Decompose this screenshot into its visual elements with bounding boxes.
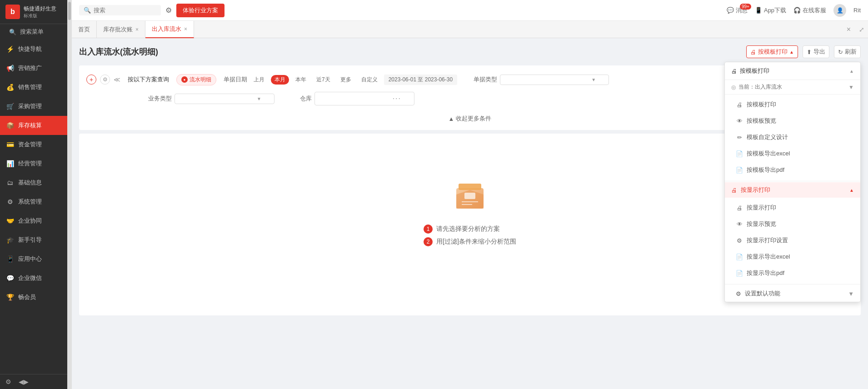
tab-home[interactable]: 首页	[72, 21, 97, 38]
finance-label: 资金管理	[18, 140, 42, 149]
sidebar-bottom: ⚙ ◀▶	[0, 374, 67, 389]
tabbar-expand[interactable]: ⤢	[855, 26, 868, 33]
template-export-pdf-label: 按模板导出pdf	[747, 166, 784, 174]
refresh-btn[interactable]: ↻ 刷新	[834, 45, 861, 58]
main-content: 🔍 ⚙ 体验行业方案 💬 消息 99+ 📱 App下载 🎧 在线客服 👤 Rit	[72, 0, 868, 389]
purchase-label: 采购管理	[18, 102, 42, 110]
topbar-right: 💬 消息 99+ 📱 App下载 🎧 在线客服 👤 Rit	[727, 4, 861, 17]
member-icon: 🏆	[5, 293, 15, 302]
sidebar-item-enterprise[interactable]: 🤝企业协同	[0, 211, 67, 230]
tab-flow[interactable]: 出入库流水 ×	[145, 21, 194, 38]
message-btn[interactable]: 💬 消息 99+	[727, 6, 748, 15]
panel-item-template-preview[interactable]: 👁按模板预览	[725, 113, 860, 129]
topbar-gear-icon[interactable]: ⚙	[165, 6, 172, 15]
panel-footer[interactable]: ⚙ 设置默认功能 ▼	[725, 285, 860, 302]
tab-batch[interactable]: 库存批次账 ×	[97, 21, 145, 38]
tabbar-close-all[interactable]: ×	[842, 25, 855, 34]
warehouse-label: 仓库	[300, 95, 312, 103]
sidebar-item-purchase[interactable]: 🛒采购管理	[0, 97, 67, 116]
collapse-chevron: ▲	[449, 115, 454, 122]
page-header: 出入库流水(流水明细) 🖨 按模板打印 ▲ ⬆ 导出 ↻ 刷新	[79, 45, 861, 58]
online-service-btn[interactable]: 🎧 在线客服	[793, 6, 826, 15]
topbar-search-input[interactable]	[94, 7, 148, 14]
date-btn-本月[interactable]: 本月	[271, 75, 289, 85]
trial-btn[interactable]: 体验行业方案	[176, 4, 224, 17]
date-btn-近7天[interactable]: 近7天	[313, 75, 334, 85]
biz-type-select[interactable]: ▼	[175, 94, 274, 104]
panel-header-arrow[interactable]: ▲	[849, 69, 854, 74]
scroll-thumb	[68, 2, 71, 20]
panel-title-label: 按模板打印	[740, 67, 769, 75]
voucher-type-select[interactable]: ▼	[500, 75, 609, 85]
panel-header-title: 🖨 按模板打印	[731, 67, 769, 75]
panel-item-display-export-excel[interactable]: 📄按显示导出excel	[725, 249, 860, 265]
appstore-icon: 📱	[5, 254, 15, 264]
template-custom-label: 模板自定义设计	[747, 133, 788, 141]
marketing-icon: 📢	[5, 64, 15, 73]
sidebar-item-system[interactable]: ⚙系统管理	[0, 192, 67, 211]
tab-batch-close[interactable]: ×	[135, 26, 139, 33]
date-btn-本年[interactable]: 本年	[292, 75, 310, 85]
display-export-excel-label: 按显示导出excel	[747, 253, 790, 261]
topbar-search-box[interactable]: 🔍	[79, 5, 161, 15]
sidebar-item-guide[interactable]: 🎓新手引导	[0, 230, 67, 249]
voucher-select-arrow: ▼	[591, 77, 596, 82]
sales-icon: 💰	[5, 83, 15, 92]
app-download-label: App下载	[764, 6, 786, 15]
date-btn-上月[interactable]: 上月	[250, 75, 268, 85]
app-download-btn[interactable]: 📱 App下载	[755, 6, 786, 15]
sidebar-item-operations[interactable]: 📊经营管理	[0, 154, 67, 173]
panel-item-display-print[interactable]: 🖨按显示打印	[725, 199, 860, 216]
sidebar-item-wechat[interactable]: 💬企业微信	[0, 269, 67, 288]
warehouse-more[interactable]: ···	[393, 95, 401, 103]
tabbar: 首页 库存批次账 × 出入库流水 × × ⤢	[72, 21, 868, 38]
sidebar-item-marketing[interactable]: 📢营销推广	[0, 59, 67, 78]
collapse-icon[interactable]: ◀▶	[19, 378, 29, 385]
sidebar-scrollbar[interactable]	[67, 0, 72, 389]
filter-label-text: 按以下方案查询	[128, 75, 169, 84]
panel-item-template-print[interactable]: 🖨按模板打印	[725, 96, 860, 113]
guide-icon: 🎓	[5, 235, 15, 244]
template-export-excel-icon: 📄	[736, 150, 743, 157]
settings-icon[interactable]: ⚙	[5, 378, 11, 385]
biz-type-label: 业务类型	[148, 95, 172, 103]
operations-label: 经营管理	[18, 160, 42, 168]
export-btn[interactable]: ⬆ 导出	[803, 45, 829, 58]
sidebar-item-quick-nav[interactable]: ⚡快捷导航	[0, 40, 67, 59]
display-header-label: 按显示打印	[741, 186, 770, 194]
user-avatar[interactable]: 👤	[833, 4, 846, 17]
panel-item-display-preview[interactable]: 👁按显示预览	[725, 216, 860, 232]
warehouse-select[interactable]: ···	[314, 92, 414, 105]
sidebar-item-appstore[interactable]: 📱应用中心	[0, 249, 67, 269]
panel-item-display-settings[interactable]: ⚙按显示打印设置	[725, 232, 860, 249]
sidebar-item-member[interactable]: 🏆畅会员	[0, 288, 67, 307]
filter-tag[interactable]: ● 流水明细	[176, 74, 216, 85]
empty-steps: 1 请先选择要分析的方案 2 用[过滤]条件来缩小分析范围	[424, 224, 516, 250]
sidebar-item-sales[interactable]: 💰销售管理	[0, 78, 67, 97]
member-label: 畅会员	[18, 293, 36, 301]
sidebar-item-finance[interactable]: 💳资金管理	[0, 135, 67, 154]
panel-item-template-export-excel[interactable]: 📄按模板导出excel	[725, 145, 860, 162]
panel-header: 🖨 按模板打印 ▲	[725, 62, 860, 80]
print-template-btn[interactable]: 🖨 按模板打印 ▲	[746, 45, 798, 58]
logo-icon: b	[5, 5, 20, 19]
display-section-header[interactable]: 🖨 按显示打印 ▲	[725, 182, 860, 198]
panel-item-display-export-pdf[interactable]: 📄按显示导出pdf	[725, 265, 860, 281]
panel-item-template-custom[interactable]: ✏模板自定义设计	[725, 129, 860, 145]
sidebar-item-inventory[interactable]: 📦库存核算	[0, 116, 67, 135]
date-btn-更多[interactable]: 更多	[337, 75, 355, 85]
filter-add-btn[interactable]: +	[86, 75, 96, 85]
tab-flow-close[interactable]: ×	[184, 26, 187, 32]
search-icon: 🔍	[9, 29, 16, 35]
template-custom-icon: ✏	[736, 134, 743, 141]
page-actions: 🖨 按模板打印 ▲ ⬆ 导出 ↻ 刷新 🖨	[746, 45, 861, 58]
date-range: 2023-06-01 至 2023-06-30	[384, 75, 457, 85]
panel-item-template-export-pdf[interactable]: 📄按模板导出pdf	[725, 162, 860, 178]
username[interactable]: Rit	[853, 7, 861, 14]
filter-collapse-btn[interactable]: ≪	[114, 76, 120, 83]
date-btn-自定义[interactable]: 自定义	[358, 75, 381, 85]
wechat-icon: 💬	[5, 274, 15, 283]
sidebar-search[interactable]: 🔍 搜索菜单	[0, 24, 67, 40]
filter-settings-btn[interactable]: ⚙	[100, 75, 110, 85]
sidebar-item-basics[interactable]: 🗂基础信息	[0, 173, 67, 192]
